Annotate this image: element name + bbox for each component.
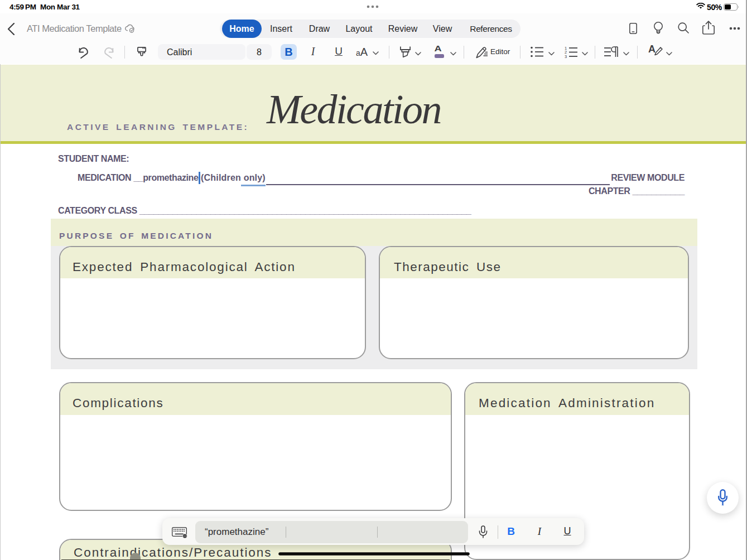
svg-text:3: 3 xyxy=(565,54,567,59)
